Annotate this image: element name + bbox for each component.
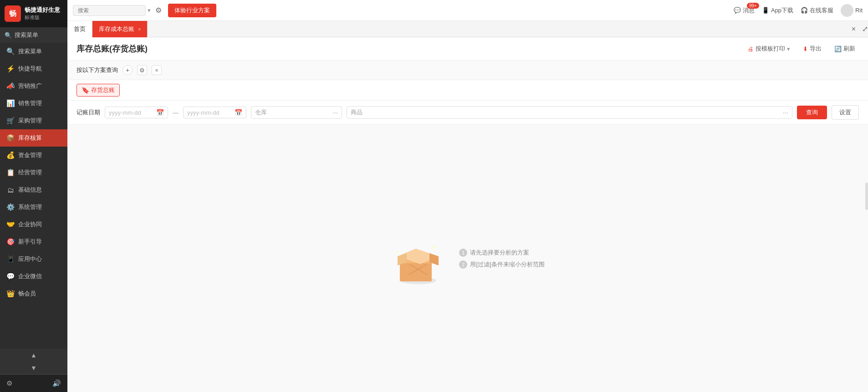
online-service-btn[interactable]: 🎧 在线客服	[801, 6, 833, 15]
user-avatar-area[interactable]: Rit	[841, 4, 863, 17]
date-from-input[interactable]	[109, 109, 154, 116]
service-label: 在线客服	[810, 6, 833, 15]
sidebar-item-search[interactable]: 🔍搜索菜单	[0, 43, 67, 60]
sidebar-item-inventory[interactable]: 📦库存核算	[0, 129, 67, 147]
sidebar-item-purchase[interactable]: 🛒采购管理	[0, 112, 67, 129]
service-icon: 🎧	[801, 7, 808, 14]
content-area: 库存总账(存货总账) 🖨 按模板打印 ▾ ⬇ 导出 🔄 刷新	[67, 37, 868, 392]
calendar-to-icon[interactable]: 📅	[235, 109, 242, 116]
cooperation-icon: 🤝	[6, 220, 15, 229]
sidebar-item-shortcut[interactable]: ⚡快捷导航	[0, 60, 67, 77]
sidebar-item-sales[interactable]: 📊销售管理	[0, 95, 67, 112]
message-icon: 💬	[734, 7, 741, 14]
sidebar-item-cooperation[interactable]: 🤝企业协同	[0, 216, 67, 233]
print-icon: 🖨	[748, 46, 754, 52]
resize-handle[interactable]	[865, 183, 868, 210]
filter-collapse-btn[interactable]: «	[152, 65, 162, 75]
scheme-icon: 🔖	[82, 87, 89, 94]
panel-expand-icon[interactable]: ⤢	[862, 25, 868, 33]
sidebar-item-label-finance: 资金管理	[18, 151, 42, 159]
goods-select[interactable]: 商品 ···	[347, 106, 792, 119]
date-to-wrap: 📅	[183, 107, 246, 118]
sidebar-item-label-marketing: 营销推广	[18, 82, 42, 90]
empty-line-2: 2 用[过滤]条件来缩小分析范围	[459, 260, 544, 269]
sidebar-item-basic[interactable]: 🗂基础信息	[0, 181, 67, 199]
sidebar-item-label-newbie: 新手引导	[18, 238, 42, 246]
sidebar-item-system[interactable]: ⚙️系统管理	[0, 199, 67, 216]
sidebar-item-label-appstore: 应用中心	[18, 255, 42, 263]
sidebar-item-label-member: 畅会员	[18, 290, 36, 298]
date-to-input[interactable]	[187, 109, 233, 116]
app-download-btn[interactable]: 📱 App下载	[762, 6, 793, 15]
app-download-icon: 📱	[762, 7, 769, 14]
sidebar-item-label-inventory: 库存核算	[18, 134, 42, 142]
wechat-icon: 💬	[6, 272, 15, 280]
sidebar-item-newbie[interactable]: 🎯新手引导	[0, 233, 67, 250]
sidebar-item-member[interactable]: 👑畅会员	[0, 285, 67, 302]
logo-icon: 畅	[5, 5, 21, 22]
empty-num-2: 2	[459, 260, 467, 269]
scheme-tag[interactable]: 🔖 存货总账	[77, 84, 120, 97]
audio-footer-icon[interactable]: 🔊	[52, 379, 61, 387]
print-btn[interactable]: 🖨 按模板打印 ▾	[744, 43, 794, 55]
tab-close-icon[interactable]: ×	[138, 26, 141, 32]
sidebar-item-marketing[interactable]: 📣营销推广	[0, 77, 67, 95]
topbar-settings-icon[interactable]: ⚙	[155, 6, 162, 15]
refresh-btn[interactable]: 🔄 刷新	[831, 43, 859, 55]
filter-row: 按以下方案查询 + ⚙ «	[77, 65, 859, 75]
messages-btn[interactable]: 💬 消息 99+	[734, 6, 755, 15]
empty-num-1: 1	[459, 249, 467, 257]
sidebar-item-label-purchase: 采购管理	[18, 117, 42, 125]
app-name: 畅捷通好生意	[25, 6, 60, 14]
warehouse-more-icon: ···	[332, 109, 338, 116]
sales-icon: 📊	[6, 99, 15, 107]
dropdown-icon[interactable]: ▾	[148, 7, 151, 14]
app-download-label: App下载	[771, 6, 793, 15]
tab-inventory-ledger[interactable]: 库存成本总账 ×	[92, 21, 148, 37]
calendar-from-icon[interactable]: 📅	[156, 109, 164, 116]
filter-area: 按以下方案查询 + ⚙ «	[67, 61, 868, 80]
sidebar-item-label-wechat: 企业微信	[18, 272, 42, 280]
search-label: 搜索菜单	[15, 31, 38, 39]
svg-text:✦: ✦	[432, 244, 436, 251]
sidebar-item-label-operations: 经营管理	[18, 168, 42, 177]
settings-btn[interactable]: 设置	[832, 105, 859, 120]
sidebar: 畅 畅捷通好生意 标准版 🔍 搜索菜单 🔍搜索菜单⚡快捷导航📣营销推广📊销售管理…	[0, 0, 67, 392]
refresh-label: 刷新	[843, 45, 855, 53]
sidebar-item-appstore[interactable]: 📱应用中心	[0, 250, 67, 268]
sidebar-item-operations[interactable]: 📋经营管理	[0, 164, 67, 181]
sidebar-item-finance[interactable]: 💰资金管理	[0, 147, 67, 164]
sidebar-scroll-down[interactable]: ▼	[0, 361, 67, 374]
empty-tip-2: 用[过滤]条件来缩小分析范围	[470, 260, 544, 269]
sidebar-scroll-up[interactable]: ▲	[0, 349, 67, 361]
sidebar-search[interactable]: 🔍 搜索菜单	[0, 27, 67, 43]
refresh-icon: 🔄	[834, 46, 842, 52]
tab-home-label: 首页	[74, 25, 86, 33]
print-label: 按模板打印	[756, 45, 785, 53]
filter-add-btn[interactable]: +	[123, 65, 133, 75]
user-name: Rit	[855, 7, 863, 14]
message-badge: 99+	[747, 3, 759, 9]
goods-more-icon: ···	[783, 109, 788, 116]
query-btn[interactable]: 查询	[797, 106, 827, 119]
sidebar-item-wechat[interactable]: 💬企业微信	[0, 268, 67, 285]
warehouse-select[interactable]: 仓库 ···	[251, 106, 342, 119]
export-btn[interactable]: ⬇ 导出	[799, 43, 825, 55]
date-separator: —	[173, 109, 179, 116]
basic-icon: 🗂	[6, 186, 15, 194]
tab-inventory-ledger-label: 库存成本总账	[99, 25, 134, 33]
empty-illustration: ✦ ✦	[391, 231, 445, 286]
empty-state: ✦ ✦ 1 请先选择要分析的方案 2 用[过滤]条件来缩小分析范围	[67, 125, 868, 392]
app-logo: 畅 畅捷通好生意 标准版	[0, 0, 67, 27]
industry-btn[interactable]: 体验行业方案	[168, 4, 216, 17]
topbar-search-input[interactable]	[73, 5, 146, 16]
tab-home[interactable]: 首页	[67, 21, 92, 37]
shortcut-icon: ⚡	[6, 65, 15, 73]
settings-footer-icon[interactable]: ⚙	[6, 379, 12, 387]
page-title: 库存总账(存货总账)	[77, 43, 148, 54]
marketing-icon: 📣	[6, 82, 15, 90]
panel-close-btn[interactable]: ×	[847, 25, 860, 33]
member-icon: 👑	[6, 290, 15, 298]
filter-scheme-btn[interactable]: ⚙	[137, 65, 147, 75]
export-label: 导出	[810, 45, 822, 53]
